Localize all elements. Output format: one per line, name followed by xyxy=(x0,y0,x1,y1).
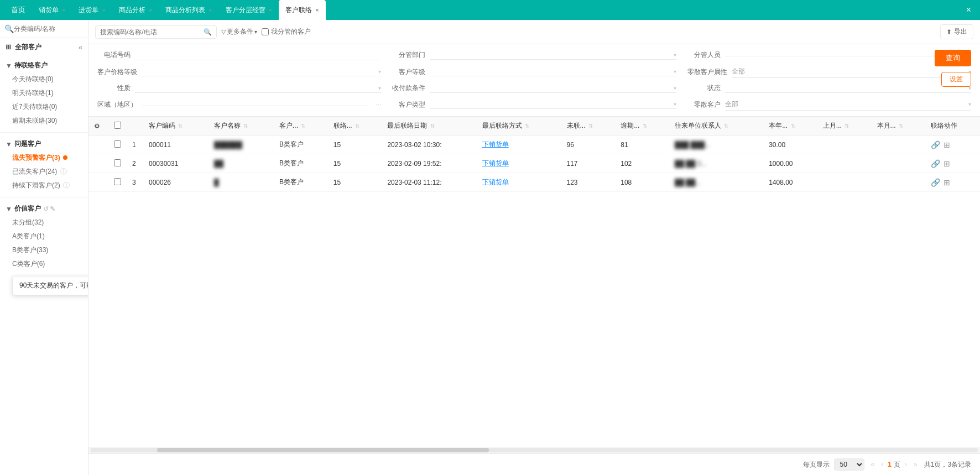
region-dots[interactable]: ··· xyxy=(376,101,381,108)
nav-tab-analysis-list-close[interactable]: × xyxy=(208,7,212,13)
value-edit-icon[interactable]: ✎ xyxy=(50,205,55,213)
col-this-year[interactable]: 本年... ⇅ xyxy=(763,117,817,135)
zero-purchase-select[interactable]: 全部 ▾ xyxy=(732,66,971,78)
status-select[interactable]: ▾ xyxy=(725,84,971,93)
row-grid-icon[interactable]: ⊞ xyxy=(943,159,950,168)
col-this-month[interactable]: 本月... ⇅ xyxy=(872,117,926,135)
nav-tab-analysis-list[interactable]: 商品分析列表 × xyxy=(159,0,218,20)
row-expand[interactable] xyxy=(88,173,108,192)
row-checkbox[interactable] xyxy=(114,159,121,166)
nav-tab-customer-link-close[interactable]: × xyxy=(315,7,319,13)
cust-type-select[interactable]: ▾ xyxy=(430,100,676,109)
col-last-way-sort[interactable]: ⇅ xyxy=(525,123,529,129)
col-contact-sort[interactable]: ⇅ xyxy=(355,123,359,129)
phone-input[interactable] xyxy=(135,50,381,60)
nav-tab-sales[interactable]: 销货单 × xyxy=(32,0,72,20)
nav-tab-analysis-close[interactable]: × xyxy=(149,7,152,13)
query-button[interactable]: 查询 xyxy=(935,50,971,66)
sidebar-item-declining[interactable]: 持续下滑客户(2) ⓘ xyxy=(0,179,88,192)
pay-terms-select[interactable]: ▾ xyxy=(430,84,676,93)
col-tm-sort[interactable]: ⇅ xyxy=(899,123,903,129)
nav-tab-purchase-close[interactable]: × xyxy=(102,7,105,13)
row-checkbox-cell[interactable] xyxy=(108,173,127,192)
filter-more-button[interactable]: ▽ 更多条件 ▾ xyxy=(221,27,257,36)
main-search-input[interactable] xyxy=(100,28,204,36)
sidebar-item-today[interactable]: 今天待联络(0) xyxy=(0,72,88,86)
col-name[interactable]: 客户名称 ⇅ xyxy=(208,117,274,135)
col-last-date-sort[interactable]: ⇅ xyxy=(430,123,435,129)
nav-tab-analysis[interactable]: 商品分析 × xyxy=(112,0,159,20)
col-type-sort[interactable]: ⇅ xyxy=(301,123,305,129)
row-grid-icon[interactable]: ⊞ xyxy=(943,140,950,149)
row-checkbox[interactable] xyxy=(114,178,121,185)
col-unit-contact[interactable]: 往来单位联系人 ⇅ xyxy=(669,117,763,135)
row-checkbox[interactable] xyxy=(114,140,121,148)
row-grid-icon[interactable]: ⊞ xyxy=(943,178,950,187)
region-select[interactable] xyxy=(142,103,369,106)
sidebar-all-customers[interactable]: ⊞ 全部客户 « xyxy=(0,38,88,56)
sidebar-item-class-c[interactable]: C类客户(6) xyxy=(0,257,88,271)
sidebar-item-overdue[interactable]: 逾期未联络(30) xyxy=(0,114,88,128)
sidebar-item-7days[interactable]: 近7天待联络(0) xyxy=(0,100,88,114)
col-overdue-sort[interactable]: ⇅ xyxy=(643,123,647,129)
col-year-sort[interactable]: ⇅ xyxy=(791,123,795,129)
nav-tab-sales-close[interactable]: × xyxy=(62,7,65,13)
row-link-icon[interactable]: 🔗 xyxy=(931,140,940,149)
sidebar-collapse-icon[interactable]: « xyxy=(79,44,82,51)
col-not-contact[interactable]: 未联... ⇅ xyxy=(561,117,616,135)
nav-tab-customer-seg[interactable]: 客户分层经营 × xyxy=(219,0,279,20)
col-contact[interactable]: 联络... ⇅ xyxy=(328,117,382,135)
last-page-button[interactable]: » xyxy=(911,460,920,469)
sidebar-group-problem-title[interactable]: ▼ 问题客户 xyxy=(0,137,88,151)
nav-tab-customer-link[interactable]: 客户联络 × xyxy=(279,0,325,20)
row-link-icon[interactable]: 🔗 xyxy=(931,178,940,187)
main-search-button[interactable]: 🔍 xyxy=(204,28,212,36)
sidebar-item-churned[interactable]: 已流失客户(24) ⓘ xyxy=(0,165,88,179)
col-not-contact-sort[interactable]: ⇅ xyxy=(588,123,593,129)
sidebar-search-input[interactable] xyxy=(14,25,88,33)
row-link-icon[interactable]: 🔗 xyxy=(931,159,940,168)
close-all-button[interactable]: × xyxy=(962,5,976,15)
col-name-sort[interactable]: ⇅ xyxy=(243,123,248,129)
col-code-sort[interactable]: ⇅ xyxy=(178,123,183,129)
scrollbar-area[interactable] xyxy=(88,447,980,453)
row-last-contact-way[interactable]: 下销货单 xyxy=(477,154,561,173)
sidebar-item-class-a[interactable]: A类客户(1) xyxy=(0,229,88,243)
col-overdue[interactable]: 逾期... ⇅ xyxy=(615,117,669,135)
col-code[interactable]: 客户编码 ⇅ xyxy=(143,117,208,135)
sidebar-item-tomorrow[interactable]: 明天待联络(1) xyxy=(0,86,88,100)
dept-select[interactable]: ▾ xyxy=(430,51,676,60)
col-last-contact-date[interactable]: 最后联络日期 ⇅ xyxy=(382,117,476,135)
export-button[interactable]: ⬆ 导出 xyxy=(940,24,973,39)
prev-page-button[interactable]: ‹ xyxy=(879,460,885,469)
row-last-contact-way[interactable]: 下销货单 xyxy=(477,173,561,192)
sidebar-item-class-b[interactable]: B类客户(33) xyxy=(0,243,88,257)
col-checkbox[interactable] xyxy=(108,117,127,135)
nav-home[interactable]: 首页 xyxy=(4,5,32,15)
settings-col-icon[interactable]: ⚙ xyxy=(94,122,100,130)
my-customers-checkbox-wrap[interactable]: 我分管的客户 xyxy=(262,27,311,36)
col-last-month[interactable]: 上月... ⇅ xyxy=(817,117,872,135)
col-settings[interactable]: ⚙ xyxy=(88,117,108,135)
sidebar-item-churn-warning[interactable]: 流失预警客户(3) xyxy=(0,151,88,165)
settings-button[interactable]: 设置 xyxy=(941,72,971,87)
row-checkbox-cell[interactable] xyxy=(108,154,127,173)
first-page-button[interactable]: « xyxy=(869,460,877,469)
zero-customer-select[interactable]: 全部 ▾ xyxy=(725,98,971,111)
col-type[interactable]: 客户... ⇅ xyxy=(274,117,328,135)
per-page-select[interactable]: 50100 xyxy=(834,458,864,471)
sidebar-group-pending-title[interactable]: ▼ 待联络客户 xyxy=(0,59,88,72)
scrollbar-track[interactable] xyxy=(91,448,978,452)
col-unit-sort[interactable]: ⇅ xyxy=(724,123,728,129)
row-last-contact-way[interactable]: 下销货单 xyxy=(477,135,561,154)
next-page-button[interactable]: › xyxy=(903,460,909,469)
col-last-contact-way[interactable]: 最后联络方式 ⇅ xyxy=(477,117,561,135)
col-lm-sort[interactable]: ⇅ xyxy=(845,123,849,129)
sidebar-group-value-title[interactable]: ▼ 价值客户 ↺ ✎ xyxy=(0,202,88,216)
price-level-select[interactable]: ▾ xyxy=(142,67,381,76)
cust-level-select[interactable]: ▾ xyxy=(430,67,676,76)
nature-select[interactable]: ▾ xyxy=(135,84,381,93)
sidebar-item-ungrouped[interactable]: 未分组(32) xyxy=(0,216,88,229)
scrollbar-thumb[interactable] xyxy=(157,448,489,452)
nav-tab-customer-seg-close[interactable]: × xyxy=(269,7,272,13)
